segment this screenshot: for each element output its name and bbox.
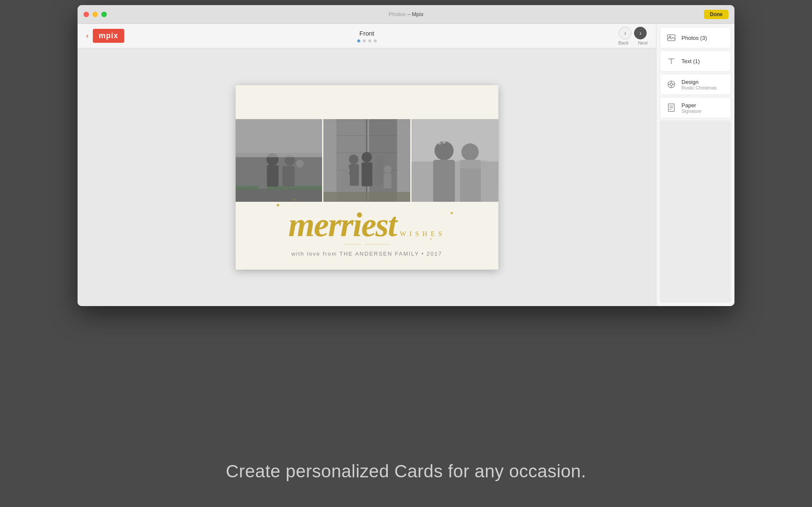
- content-area: ‹ mpix Front ‹ ›: [78, 24, 734, 306]
- svg-point-10: [296, 159, 303, 167]
- nav-dot-3[interactable]: [368, 39, 371, 42]
- svg-point-30: [384, 165, 391, 173]
- sidebar-item-text[interactable]: Text (1): [660, 50, 731, 72]
- svg-point-22: [362, 152, 372, 162]
- nav-right: ‹ › Back Next: [618, 27, 648, 45]
- editor-nav: ‹ mpix Front ‹ ›: [78, 24, 656, 48]
- sidebar: Photos (3) Text (1): [656, 24, 734, 306]
- svg-point-26: [375, 155, 384, 164]
- svg-rect-27: [375, 164, 385, 185]
- sidebar-text-text: Text (1): [681, 58, 700, 64]
- nav-center: Front: [357, 30, 377, 42]
- sidebar-text-title: Text (1): [681, 58, 700, 64]
- family-line: with love from THE ANDERSEN FAMILY • 201…: [291, 251, 442, 257]
- page-title: Front: [359, 30, 374, 37]
- svg-rect-3: [236, 185, 323, 189]
- next-button[interactable]: ›: [634, 27, 647, 39]
- sidebar-design-title: Design: [681, 79, 717, 85]
- svg-rect-23: [362, 162, 373, 186]
- svg-point-28: [342, 166, 350, 174]
- svg-rect-31: [384, 173, 391, 188]
- svg-point-40: [442, 140, 446, 143]
- editor-area: ‹ mpix Front ‹ ›: [78, 24, 656, 306]
- card-preview-area: ✦ ✧ merriest WISHES ✦ ✧: [227, 48, 507, 306]
- sidebar-photos-title: Photos (3): [681, 35, 707, 41]
- svg-rect-42: [667, 35, 675, 41]
- nav-dot-4[interactable]: [374, 39, 377, 42]
- svg-point-35: [434, 141, 453, 160]
- card-photos: [236, 119, 498, 202]
- card-top-space: [236, 85, 498, 119]
- nav-dot-2[interactable]: [363, 39, 366, 42]
- card-photo-1[interactable]: [236, 119, 323, 202]
- svg-rect-11: [236, 119, 323, 157]
- svg-rect-5: [267, 165, 278, 187]
- sidebar-paper-title: Paper: [681, 102, 701, 109]
- sidebar-item-paper[interactable]: Paper Signature: [660, 97, 731, 118]
- card-photo-3[interactable]: [410, 119, 498, 202]
- sidebar-photos-text: Photos (3): [681, 35, 707, 41]
- nav-dots: [357, 39, 377, 42]
- sidebar-paper-subtitle: Signature: [681, 109, 701, 114]
- card: ✦ ✧ merriest WISHES ✦ ✧: [236, 85, 498, 270]
- photos-icon: [665, 32, 677, 44]
- svg-rect-7: [282, 166, 295, 187]
- svg-point-37: [462, 143, 479, 161]
- sidebar-item-photos[interactable]: Photos (3): [660, 27, 731, 48]
- svg-rect-25: [349, 164, 359, 186]
- sidebar-item-design[interactable]: Design Rustic Christmas: [660, 74, 731, 95]
- paper-icon: [665, 102, 677, 114]
- sidebar-paper-text: Paper Signature: [681, 102, 701, 114]
- sidebar-design-subtitle: Rustic Christmas: [681, 85, 717, 90]
- logo-area: ‹ mpix: [86, 29, 124, 43]
- maximize-button[interactable]: [101, 11, 107, 17]
- app-window: Photos – Mpix Done ‹ mpix Front: [78, 5, 734, 306]
- next-label: Next: [638, 40, 648, 45]
- window-title: Photos – Mpix: [389, 11, 423, 17]
- card-photo-2[interactable]: [322, 119, 410, 202]
- logo-badge: mpix: [93, 29, 124, 43]
- svg-rect-9: [258, 173, 267, 189]
- wishes-text: WISHES: [400, 222, 445, 238]
- sidebar-rest: [660, 120, 731, 303]
- card-text-area: ✦ ✧ merriest WISHES ✦ ✧: [236, 202, 498, 270]
- svg-rect-34: [412, 119, 498, 162]
- merriest-text: merriest: [288, 210, 396, 239]
- svg-point-41: [438, 142, 441, 145]
- svg-rect-32: [323, 192, 410, 201]
- svg-rect-39: [457, 159, 487, 168]
- design-icon: [665, 78, 677, 90]
- svg-point-8: [258, 165, 267, 173]
- back-arrow-icon[interactable]: ‹: [86, 31, 89, 40]
- done-button[interactable]: Done: [704, 10, 729, 19]
- svg-rect-29: [342, 174, 350, 189]
- svg-point-24: [349, 154, 359, 164]
- text-icon: [665, 55, 677, 67]
- back-button[interactable]: ‹: [619, 27, 631, 39]
- back-label: Back: [618, 40, 628, 45]
- minimize-button[interactable]: [92, 11, 98, 17]
- bottom-tagline: Create personalized Cards for any occasi…: [0, 461, 812, 482]
- traffic-lights: [83, 11, 107, 17]
- nav-dot-1[interactable]: [357, 39, 360, 42]
- title-bar: Photos – Mpix Done: [78, 5, 734, 24]
- svg-rect-36: [433, 159, 455, 201]
- svg-point-47: [670, 83, 673, 86]
- close-button[interactable]: [83, 11, 89, 17]
- nav-arrows: ‹ ›: [619, 27, 647, 39]
- sidebar-design-text: Design Rustic Christmas: [681, 79, 717, 90]
